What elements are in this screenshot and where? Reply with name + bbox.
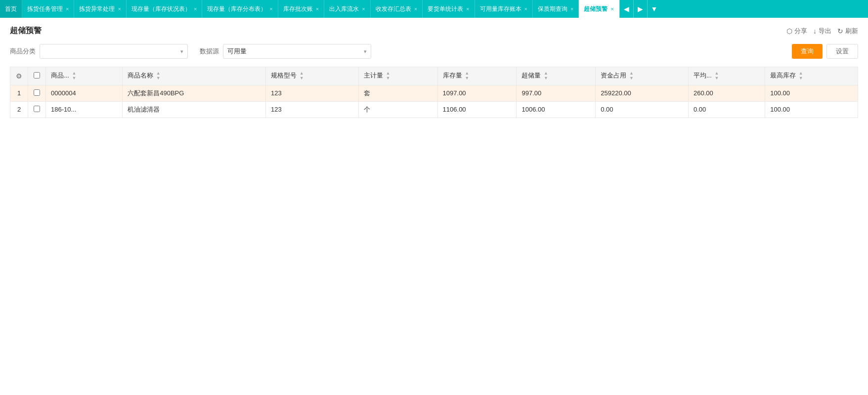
nav-tab-receive-close[interactable]: ×	[414, 6, 417, 12]
nav-tab-abnormal-close[interactable]: ×	[118, 6, 121, 12]
datasource-select-value: 可用量	[227, 47, 247, 56]
nav-more[interactable]: ▼	[647, 0, 661, 18]
nav-tab-available-close[interactable]: ×	[524, 6, 527, 12]
nav-tab-stock-dist-close[interactable]: ×	[269, 6, 272, 12]
sort-product-code-icon: ▲▼	[72, 71, 76, 81]
query-button[interactable]: 查询	[792, 44, 823, 59]
nav-tab-overstock-close[interactable]: ×	[610, 6, 613, 12]
category-label: 商品分类	[10, 47, 36, 56]
nav-tab-shelf-close[interactable]: ×	[570, 6, 573, 12]
settings-button[interactable]: 设置	[826, 44, 858, 59]
col-overstock-label: 超储量	[521, 72, 541, 79]
nav-tab-receive[interactable]: 收发存汇总表 ×	[371, 0, 423, 18]
page-content: 超储预警 ⬡ 分享 ↓ 导出 ↻ 刷新 商品分类 ▾ 数据源	[0, 18, 868, 126]
nav-tab-task-mgmt[interactable]: 拣货任务管理 ×	[22, 0, 74, 18]
datasource-dropdown-icon: ▾	[364, 48, 367, 55]
row-2-product-name: 机油滤清器	[123, 101, 266, 118]
nav-tab-flow-close[interactable]: ×	[362, 6, 365, 12]
category-dropdown-icon: ▾	[180, 48, 183, 55]
select-all-checkbox[interactable]	[34, 72, 40, 79]
nav-tab-receive-label: 收发存汇总表	[376, 5, 411, 13]
row-2-unit: 个	[358, 101, 437, 118]
row-1-spec: 123	[266, 85, 359, 101]
share-icon: ⬡	[786, 27, 792, 35]
nav-tab-batch-label: 库存批次账	[283, 5, 313, 13]
export-icon: ↓	[813, 27, 817, 35]
col-avg[interactable]: 平均... ▲▼	[689, 67, 765, 85]
nav-tab-batch[interactable]: 库存批次账 ×	[278, 0, 324, 18]
col-product-code-label: 商品...	[51, 72, 69, 79]
nav-tab-stock-dist-label: 现存量（库存分布表）	[207, 5, 266, 13]
nav-tab-flow-label: 出入库流水	[329, 5, 359, 13]
category-filter-item: 商品分类 ▾	[10, 44, 188, 59]
top-nav: 首页 拣货任务管理 × 拣货异常处理 × 现存量（库存状况表） × 现存量（库存…	[0, 0, 868, 18]
filter-actions: 查询 设置	[792, 44, 858, 59]
row-1-product-code: 0000004	[46, 85, 123, 101]
row-2-num: 2	[10, 101, 28, 118]
row-1-stock: 1097.00	[437, 85, 517, 101]
sort-avg-icon: ▲▼	[714, 71, 719, 81]
nav-tab-stock-status[interactable]: 现存量（库存状况表） ×	[127, 0, 202, 18]
refresh-label: 刷新	[845, 27, 858, 36]
nav-tab-abnormal-label: 拣货异常处理	[79, 5, 115, 13]
col-max-stock[interactable]: 最高库存 ▲▼	[765, 67, 858, 85]
row-2-checkbox[interactable]	[34, 106, 40, 112]
page-title-bar: 超储预警 ⬡ 分享 ↓ 导出 ↻ 刷新	[10, 26, 858, 36]
sort-unit-icon: ▲▼	[386, 71, 390, 81]
row-1-overstock: 997.00	[517, 85, 596, 101]
datasource-filter-item: 数据源 可用量 ▾	[200, 44, 371, 59]
nav-tab-task-mgmt-close[interactable]: ×	[66, 6, 69, 12]
table-row: 2 186-10... 机油滤清器 123 个 1106.00 1006.00 …	[10, 101, 858, 118]
share-button[interactable]: ⬡ 分享	[786, 27, 807, 36]
row-1-checkbox[interactable]	[34, 89, 40, 96]
nav-tab-shelf-label: 保质期查询	[538, 5, 567, 13]
nav-tab-batch-close[interactable]: ×	[316, 6, 319, 12]
row-2-capital: 0.00	[596, 101, 689, 118]
col-avg-label: 平均...	[694, 72, 712, 79]
refresh-icon: ↻	[837, 27, 843, 35]
col-max-stock-label: 最高库存	[770, 72, 796, 79]
col-checkbox	[28, 67, 46, 85]
nav-tab-order-stats[interactable]: 要货单统计表 ×	[423, 0, 475, 18]
nav-tab-home[interactable]: 首页	[0, 0, 22, 18]
row-1-max-stock: 100.00	[765, 85, 858, 101]
col-spec[interactable]: 规格型号 ▲▼	[266, 67, 359, 85]
settings-icon[interactable]: ⚙	[16, 72, 22, 80]
refresh-button[interactable]: ↻ 刷新	[837, 27, 858, 36]
col-overstock[interactable]: 超储量 ▲▼	[517, 67, 596, 85]
nav-scroll-right[interactable]: ▶	[633, 0, 647, 18]
nav-tab-stock-status-close[interactable]: ×	[194, 6, 197, 12]
data-table: ⚙ 商品... ▲▼ 商品名称 ▲▼ 规格型号 ▲▼ 主计	[10, 67, 858, 118]
export-button[interactable]: ↓ 导出	[813, 27, 831, 36]
nav-tab-task-mgmt-label: 拣货任务管理	[27, 5, 63, 13]
col-product-code[interactable]: 商品... ▲▼	[46, 67, 123, 85]
sort-capital-icon: ▲▼	[629, 71, 634, 81]
sort-product-name-icon: ▲▼	[156, 71, 161, 81]
col-capital[interactable]: 资金占用 ▲▼	[596, 67, 689, 85]
nav-tab-abnormal[interactable]: 拣货异常处理 ×	[74, 0, 126, 18]
col-unit[interactable]: 主计量 ▲▼	[358, 67, 437, 85]
nav-tab-overstock[interactable]: 超储预警 ×	[579, 0, 619, 18]
nav-tab-order-stats-close[interactable]: ×	[466, 6, 469, 12]
nav-tab-available[interactable]: 可用量库存账本 ×	[475, 0, 533, 18]
row-1-capital: 259220.00	[596, 85, 689, 101]
sort-spec-icon: ▲▼	[300, 71, 304, 81]
row-2-spec: 123	[266, 101, 359, 118]
col-stock[interactable]: 库存量 ▲▼	[437, 67, 517, 85]
row-2-checkbox-cell	[28, 101, 46, 118]
col-spec-label: 规格型号	[271, 72, 297, 79]
nav-tab-flow[interactable]: 出入库流水 ×	[324, 0, 370, 18]
col-product-name[interactable]: 商品名称 ▲▼	[123, 67, 266, 85]
nav-tab-stock-status-label: 现存量（库存状况表）	[131, 5, 191, 13]
datasource-select[interactable]: 可用量 ▾	[223, 44, 371, 59]
nav-tab-shelf[interactable]: 保质期查询 ×	[533, 0, 579, 18]
col-settings[interactable]: ⚙	[10, 67, 28, 85]
nav-tab-overstock-label: 超储预警	[584, 5, 608, 13]
row-2-max-stock: 100.00	[765, 101, 858, 118]
category-select[interactable]: ▾	[40, 44, 188, 59]
nav-tab-stock-dist[interactable]: 现存量（库存分布表） ×	[202, 0, 278, 18]
nav-tab-home-label: 首页	[5, 5, 17, 13]
sort-stock-icon: ▲▼	[465, 71, 469, 81]
row-2-overstock: 1006.00	[517, 101, 596, 118]
nav-scroll-left[interactable]: ◀	[619, 0, 633, 18]
